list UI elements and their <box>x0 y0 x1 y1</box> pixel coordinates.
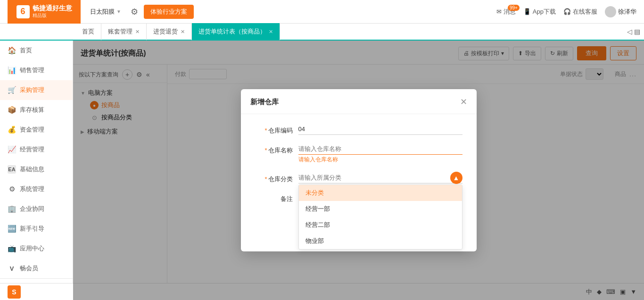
gear-icon[interactable]: ⚙ <box>131 7 138 17</box>
sidebar-label-finance: 资金管理 <box>20 125 44 134</box>
category-select-wrap: ▲ 未分类 经营一部 经营二部 物业部 <box>298 172 462 183</box>
tab-account-label: 账套管理 <box>108 27 132 36</box>
home-icon: 🏠 <box>8 46 16 55</box>
form-row-name: *仓库名称 请输入仓库名称 <box>255 143 462 164</box>
system-icon: ⚙ <box>8 185 16 193</box>
online-service-item[interactable]: 🎧 在线客服 <box>563 8 597 16</box>
basic-info-icon: EA <box>8 165 16 174</box>
tab-account-close-icon[interactable]: ✕ <box>135 29 140 35</box>
finance-icon: 💰 <box>8 125 16 134</box>
dropdown-item-dept1[interactable]: 经营一部 <box>299 201 462 217</box>
category-input[interactable] <box>298 172 462 183</box>
tab-stats-close-icon[interactable]: ✕ <box>269 29 273 35</box>
sidebar-label-guide: 新手引导 <box>20 225 44 233</box>
tab-menu-button[interactable]: ▤ <box>634 28 640 35</box>
tab-returns-label: 进货退货 <box>153 27 178 36</box>
bottom-left-icons: S <box>8 285 21 299</box>
appcenter-icon: 📺 <box>8 244 16 253</box>
tab-account[interactable]: 账套管理 ✕ <box>101 23 147 40</box>
name-label: *仓库名称 <box>255 143 293 155</box>
modal-title: 新增仓库 <box>250 98 279 107</box>
dropdown-item-dept2[interactable]: 经营二部 <box>299 217 462 233</box>
tab-home[interactable]: 首页 <box>75 23 101 40</box>
user-name: 徐泽华 <box>618 8 636 16</box>
app-download-label: App下载 <box>533 8 556 16</box>
message-item[interactable]: ✉ 消息 99+ <box>496 8 516 16</box>
sidebar-item-basic-info[interactable]: EA 基础信息 <box>0 159 73 179</box>
store-select[interactable]: 日太阳膜 ▼ <box>86 6 125 18</box>
tab-stats[interactable]: 进货单统计表（按商品） ✕ <box>192 23 280 40</box>
tab-stats-label: 进货单统计表（按商品） <box>198 27 266 36</box>
sidebar: 🏠 首页 📊 销售管理 🛒 采购管理 📦 库存核算 💰 资金管理 📈 经营管理 … <box>0 41 73 300</box>
sidebar-item-guide[interactable]: 🆕 新手引导 <box>0 219 73 239</box>
sidebar-label-basic-info: 基础信息 <box>20 165 44 174</box>
headset-icon: 🎧 <box>563 8 571 15</box>
sidebar-label-system: 系统管理 <box>20 185 44 193</box>
s-logo: S <box>8 285 21 299</box>
sidebar-item-purchase[interactable]: 🛒 采购管理 <box>0 80 73 100</box>
tab-home-label: 首页 <box>82 27 94 36</box>
category-label: *仓库分类 <box>255 172 293 183</box>
sidebar-item-member[interactable]: V 畅会员 <box>0 258 73 278</box>
tab-controls: ◁ ▤ <box>627 28 644 35</box>
sidebar-label-sales: 销售管理 <box>20 66 44 75</box>
modal-body: *仓库编码 *仓库名称 请输入仓库名称 <box>241 114 477 221</box>
modal-overlay[interactable]: 新增仓库 ✕ *仓库编码 *仓库名称 <box>73 41 644 300</box>
warehouse-name-input[interactable] <box>298 143 462 155</box>
tab-prev-button[interactable]: ◁ <box>627 28 632 35</box>
form-row-code: *仓库编码 <box>255 124 462 135</box>
category-toggle-button[interactable]: ▲ <box>450 172 462 184</box>
enterprise-icon: 🏢 <box>8 205 16 213</box>
dropdown-item-uncategorized[interactable]: 未分类 <box>299 185 462 201</box>
name-input-wrap: 请输入仓库名称 <box>298 143 462 164</box>
operations-icon: 📈 <box>8 145 16 154</box>
sidebar-item-appcenter[interactable]: 📺 应用中心 <box>0 239 73 258</box>
member-icon: V <box>8 264 16 273</box>
sidebar-label-enterprise: 企业协同 <box>20 205 44 213</box>
message-badge: 99+ <box>508 5 520 11</box>
logo-text: 畅捷通好生意 <box>33 4 72 12</box>
logo-area: 6 畅捷通好生意 精品版 <box>8 0 81 24</box>
guide-icon: 🆕 <box>8 225 16 233</box>
form-row-category: *仓库分类 ▲ 未分类 经营一部 经营二部 物业部 <box>255 172 462 183</box>
user-item[interactable]: 徐泽华 <box>605 6 636 17</box>
online-service-label: 在线客服 <box>573 8 597 16</box>
main-layout: 🏠 首页 📊 销售管理 🛒 采购管理 📦 库存核算 💰 资金管理 📈 经营管理 … <box>0 41 644 300</box>
message-icon: ✉ <box>496 8 502 15</box>
sidebar-item-sales[interactable]: 📊 销售管理 <box>0 60 73 80</box>
phone-icon: 📱 <box>523 8 531 15</box>
modal-header: 新增仓库 ✕ <box>241 89 477 114</box>
sidebar-label-inventory: 库存核算 <box>20 106 44 114</box>
sidebar-item-operations[interactable]: 📈 经营管理 <box>0 140 73 159</box>
user-icon <box>605 6 616 17</box>
sidebar-item-home[interactable]: 🏠 首页 <box>0 41 73 60</box>
sidebar-item-enterprise[interactable]: 🏢 企业协同 <box>0 199 73 219</box>
modal-close-button[interactable]: ✕ <box>460 97 467 107</box>
category-dropdown: 未分类 经营一部 经营二部 物业部 <box>298 184 462 250</box>
logo-sub: 精品版 <box>33 12 72 19</box>
sidebar-label-operations: 经营管理 <box>20 145 44 154</box>
modal-new-warehouse: 新增仓库 ✕ *仓库编码 *仓库名称 <box>241 89 477 251</box>
content-area: 进货单统计(按商品) 🖨 按模板打印 ▾ ⬆ 导出 ↻ 刷新 查询 设置 <box>73 41 644 300</box>
dropdown-item-property[interactable]: 物业部 <box>299 233 462 249</box>
purchase-icon: 🛒 <box>8 86 16 94</box>
tab-bar: 首页 账套管理 ✕ 进货退货 ✕ 进货单统计表（按商品） ✕ ◁ ▤ <box>0 24 644 41</box>
logo-icon: 6 <box>17 5 30 18</box>
name-error-msg: 请输入仓库名称 <box>298 156 462 164</box>
store-name: 日太阳膜 <box>90 8 115 16</box>
sidebar-label-purchase: 采购管理 <box>20 86 44 94</box>
sidebar-label-home: 首页 <box>20 46 32 55</box>
code-label: *仓库编码 <box>255 124 293 135</box>
app-download-item[interactable]: 📱 App下载 <box>523 8 556 16</box>
sidebar-item-system[interactable]: ⚙ 系统管理 <box>0 179 73 199</box>
sidebar-item-inventory[interactable]: 📦 库存核算 <box>0 100 73 120</box>
top-header: 6 畅捷通好生意 精品版 日太阳膜 ▼ ⚙ 体验行业方案 ✉ 消息 99+ 📱 … <box>0 0 644 24</box>
sidebar-item-finance[interactable]: 💰 资金管理 <box>0 120 73 140</box>
experience-button[interactable]: 体验行业方案 <box>144 5 194 19</box>
tab-returns-close-icon[interactable]: ✕ <box>181 29 185 35</box>
warehouse-code-input[interactable] <box>298 124 462 135</box>
sidebar-label-member: 畅会员 <box>20 264 38 273</box>
sales-icon: 📊 <box>8 66 16 75</box>
chevron-down-icon: ▼ <box>116 9 121 14</box>
tab-returns[interactable]: 进货退货 ✕ <box>147 23 192 40</box>
